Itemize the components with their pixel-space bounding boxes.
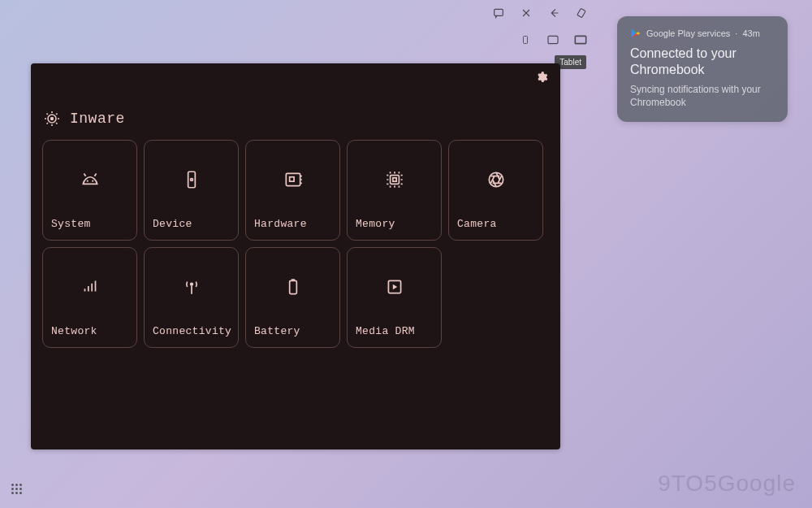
svg-rect-15 [392, 177, 395, 180]
svg-rect-14 [390, 175, 399, 184]
inware-app-window: Inware System Device Hardware [31, 63, 560, 449]
tile-label: Camera [449, 218, 542, 240]
svg-rect-2 [524, 37, 528, 44]
tile-system[interactable]: System [42, 140, 137, 241]
tile-battery[interactable]: Battery [245, 247, 340, 348]
android-icon [43, 141, 136, 218]
tile-label: Network [43, 325, 136, 347]
notification-source-row: Google Play services · 43m [630, 28, 775, 39]
tile-network[interactable]: Network [42, 247, 137, 348]
device-icon [145, 141, 238, 218]
close-icon[interactable] [520, 7, 533, 20]
tablet-size-icon[interactable] [573, 34, 588, 46]
tile-label: Battery [246, 325, 339, 347]
settings-button[interactable] [534, 72, 549, 86]
back-arrow-icon[interactable] [547, 7, 560, 20]
notification-card[interactable]: Google Play services · 43m Connected to … [617, 16, 788, 122]
tile-label: Hardware [246, 218, 339, 240]
watermark: 9TO5Google [658, 471, 796, 497]
tile-label: Device [145, 218, 238, 240]
gear-icon [535, 71, 548, 88]
app-title: Inware [70, 111, 125, 127]
battery-icon [246, 248, 339, 325]
tile-media-drm[interactable]: Media DRM [347, 247, 442, 348]
small-tablet-size-icon[interactable] [546, 34, 560, 46]
tile-connectivity[interactable]: Connectivity [144, 247, 239, 348]
notification-source-sep: · [735, 28, 737, 38]
svg-rect-9 [188, 172, 195, 188]
antenna-icon [145, 248, 238, 325]
notification-age: 43m [742, 28, 759, 38]
svg-rect-1 [577, 8, 585, 17]
rotate-icon[interactable] [575, 7, 588, 20]
svg-rect-12 [286, 173, 300, 185]
svg-point-16 [489, 172, 503, 186]
motherboard-icon [246, 141, 339, 218]
svg-rect-13 [289, 176, 293, 180]
play-services-icon [630, 28, 641, 39]
notification-title: Connected to your Chromebook [630, 46, 775, 78]
app-launcher-button[interactable] [11, 484, 24, 497]
tile-label: Connectivity [145, 325, 238, 347]
tile-hardware[interactable]: Hardware [245, 140, 340, 241]
inware-logo-icon [42, 109, 62, 128]
svg-point-11 [190, 178, 192, 180]
chat-icon[interactable] [492, 7, 505, 20]
notification-body: Syncing notifications with your Chromebo… [630, 83, 775, 109]
tile-label: Media DRM [348, 325, 441, 347]
svg-point-8 [92, 180, 93, 181]
tile-grid: System Device Hardware Memory C [42, 140, 549, 348]
svg-point-6 [50, 117, 54, 120]
svg-point-17 [189, 282, 192, 285]
svg-rect-0 [495, 9, 503, 15]
signal-bars-icon [43, 248, 136, 325]
svg-rect-19 [291, 279, 294, 280]
svg-rect-4 [575, 36, 585, 43]
tile-device[interactable]: Device [144, 140, 239, 241]
tile-camera[interactable]: Camera [448, 140, 543, 241]
svg-rect-3 [548, 36, 558, 43]
notification-source: Google Play services [646, 28, 730, 38]
app-title-row: Inware [42, 109, 549, 128]
svg-rect-18 [289, 280, 296, 293]
aperture-icon [449, 141, 542, 218]
tile-label: Memory [348, 218, 441, 240]
emulator-device-size-row [518, 34, 588, 46]
emulator-top-controls [492, 7, 588, 20]
chip-icon [348, 141, 441, 218]
phone-size-icon[interactable] [518, 34, 533, 46]
svg-point-7 [86, 180, 88, 181]
play-square-icon [348, 248, 441, 325]
tile-label: System [43, 218, 136, 240]
tile-memory[interactable]: Memory [347, 140, 442, 241]
